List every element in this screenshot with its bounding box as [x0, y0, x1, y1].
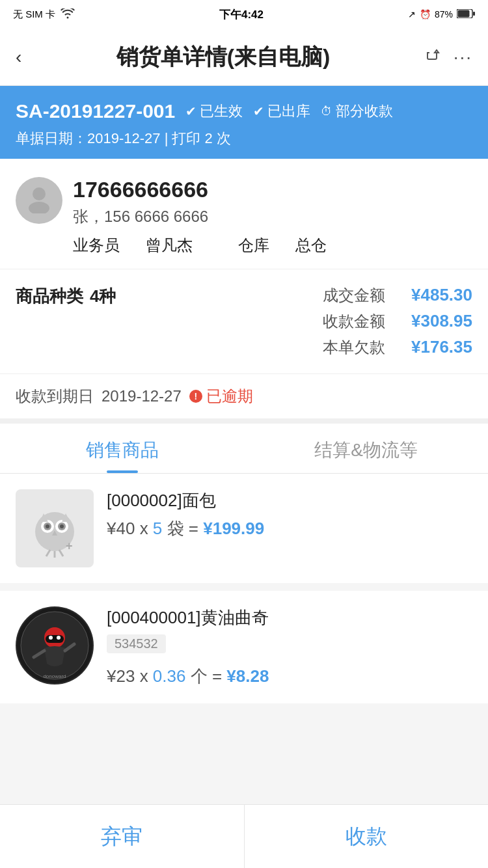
order-header: SA-20191227-001 ✔ 已生效 ✔ 已出库 ⏱ 部分收款 单据日期：…	[0, 86, 488, 159]
svg-line-18	[59, 550, 63, 556]
back-button[interactable]: ‹	[16, 47, 21, 68]
product-types-count: 4种	[90, 285, 116, 308]
list-item: donoward [000400001]黄油曲奇 534532 ¥23 x 0.…	[0, 591, 488, 703]
warehouse-label: 仓库	[238, 235, 269, 256]
order-id: SA-20191227-001	[16, 100, 175, 122]
check-icon-2: ✔	[253, 103, 264, 119]
svg-point-12	[60, 524, 64, 528]
share-button[interactable]	[425, 47, 441, 67]
overdue-date: 2019-12-27	[102, 387, 182, 405]
customer-meta: 业务员 曾凡杰 仓库 总仓	[73, 235, 472, 256]
status-label-2: 已出库	[267, 102, 310, 121]
tab-settlement[interactable]: 结算&物流等	[244, 424, 488, 473]
product-price-1: ¥40 x 5 袋 = ¥199.99	[107, 517, 472, 540]
nav-bar: ‹ 销货单详情(来自电脑) ···	[0, 29, 488, 86]
alarm-icon: ⏰	[420, 9, 431, 20]
product-thumbnail-1: +	[16, 489, 94, 567]
product-price-2: ¥23 x 0.36 个 = ¥8.28	[107, 665, 472, 688]
status-time: 下午4:42	[219, 7, 264, 22]
svg-line-16	[46, 550, 50, 556]
svg-point-5	[29, 202, 49, 213]
customer-section: 17666666666 张，156 6666 6666 业务员 曾凡杰 仓库 总…	[0, 159, 488, 269]
product-types-label: 商品种类	[16, 285, 83, 308]
status-label-3: 部分收款	[336, 102, 393, 121]
svg-rect-1	[473, 12, 475, 16]
customer-info: 17666666666 张，156 6666 6666 业务员 曾凡杰 仓库 总…	[73, 177, 472, 256]
order-header-top: SA-20191227-001 ✔ 已生效 ✔ 已出库 ⏱ 部分收款	[16, 100, 472, 122]
list-item: + [0000002]面包 ¥40 x 5 袋 = ¥199.99	[0, 474, 488, 583]
deal-amount: ¥485.30	[411, 285, 472, 306]
status-bar: 无 SIM 卡 下午4:42 ↗ ⏰ 87%	[0, 0, 488, 29]
product-tag-2: 534532	[107, 634, 166, 653]
overdue-label: 收款到期日	[16, 386, 94, 407]
location-icon: ↗	[408, 9, 416, 20]
product-name-2: [000400001]黄油曲奇	[107, 606, 472, 629]
deal-amount-row: 成交金额 ¥485.30	[323, 285, 472, 306]
more-button[interactable]: ···	[454, 47, 472, 68]
deal-amount-label: 成交金额	[323, 285, 385, 306]
total-1: ¥199.99	[203, 519, 264, 538]
total-2: ¥8.28	[226, 666, 269, 686]
svg-point-11	[46, 524, 49, 528]
order-meta: 单据日期：2019-12-27 | 打印 2 次	[16, 129, 472, 148]
customer-name: 张，156 6666 6666	[73, 206, 472, 227]
receipt-amount: ¥308.95	[411, 311, 472, 332]
product-info-1: [0000002]面包 ¥40 x 5 袋 = ¥199.99	[107, 489, 472, 540]
svg-point-25	[57, 636, 61, 640]
battery-icon	[457, 9, 475, 20]
qty-1: 5	[153, 519, 162, 538]
nav-actions: ···	[425, 47, 472, 68]
product-list: + [0000002]面包 ¥40 x 5 袋 = ¥199.99	[0, 474, 488, 775]
confirm-button[interactable]: 收款	[245, 805, 489, 868]
unit-2: 个	[191, 666, 208, 686]
receipt-amount-row: 收款金额 ¥308.95	[323, 311, 472, 332]
svg-point-24	[49, 636, 53, 640]
clock-icon: ⏱	[321, 105, 332, 118]
overdue-section: 收款到期日 2019-12-27 ! 已逾期	[0, 374, 488, 424]
product-name-1: [0000002]面包	[107, 489, 472, 512]
sales-label: 业务员	[73, 235, 120, 256]
stats-left: 商品种类 4种	[16, 285, 116, 308]
product-thumbnail-2: donoward	[16, 606, 94, 685]
svg-text:+: +	[66, 539, 73, 552]
tabs-bar: 销售商品 结算&物流等	[0, 424, 488, 474]
wifi-icon	[61, 8, 75, 21]
stats-right: 成交金额 ¥485.30 收款金额 ¥308.95 本单欠款 ¥176.35	[323, 285, 472, 358]
qty-2: 0.36	[153, 666, 186, 686]
receipt-amount-label: 收款金额	[323, 311, 385, 332]
sales-person: 曾凡杰	[146, 235, 193, 256]
debt-amount-row: 本单欠款 ¥176.35	[323, 337, 472, 358]
debt-amount-label: 本单欠款	[323, 337, 385, 358]
debt-amount: ¥176.35	[411, 337, 472, 358]
status-right: ↗ ⏰ 87%	[408, 9, 475, 20]
page-title: 销货单详情(来自电脑)	[116, 42, 331, 72]
check-icon-1: ✔	[185, 103, 197, 119]
warehouse-value: 总仓	[295, 235, 327, 256]
status-left: 无 SIM 卡	[13, 8, 75, 21]
svg-rect-23	[46, 635, 64, 643]
bottom-spacer	[0, 711, 488, 775]
svg-rect-2	[457, 10, 469, 17]
status-label-1: 已生效	[200, 102, 243, 121]
svg-point-4	[33, 187, 46, 200]
status-badge-3: ⏱ 部分收款	[321, 102, 393, 121]
unit-price-2: ¥23	[107, 666, 135, 686]
overdue-badge-text: 已逾期	[206, 386, 253, 407]
svg-text:donoward: donoward	[43, 673, 66, 679]
cancel-button[interactable]: 弃审	[0, 805, 245, 868]
stats-section: 商品种类 4种 成交金额 ¥485.30 收款金额 ¥308.95 本单欠款 ¥…	[0, 269, 488, 374]
unit-1: 袋	[167, 519, 184, 538]
status-badge-2: ✔ 已出库	[253, 102, 310, 121]
customer-phone: 17666666666	[73, 177, 472, 202]
status-badge-1: ✔ 已生效	[185, 102, 243, 121]
bottom-bar: 弃审 收款	[0, 804, 488, 868]
avatar	[16, 177, 62, 224]
product-info-2: [000400001]黄油曲奇 534532 ¥23 x 0.36 个 = ¥8…	[107, 606, 472, 688]
unit-price-1: ¥40	[107, 519, 135, 538]
battery-text: 87%	[435, 9, 453, 20]
overdue-dot-icon: !	[189, 390, 202, 403]
tab-products[interactable]: 销售商品	[0, 424, 244, 473]
overdue-badge: ! 已逾期	[189, 386, 253, 407]
carrier-text: 无 SIM 卡	[13, 8, 55, 21]
avatar-icon	[23, 182, 55, 219]
